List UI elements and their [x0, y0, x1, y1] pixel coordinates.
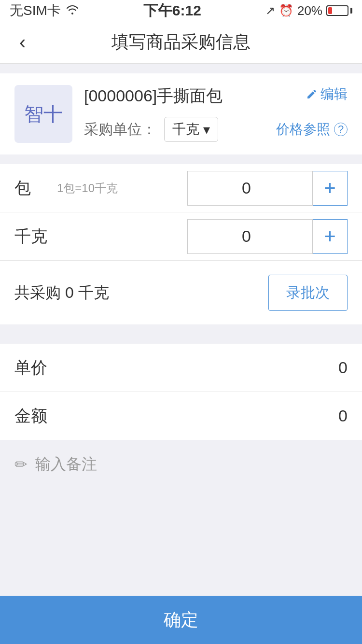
kg-input[interactable]	[187, 219, 313, 254]
input-section: 包 1包=10千克 + 千克 + 共采购 0 千克 录批次	[0, 164, 362, 324]
carrier-text: 无SIM卡	[10, 1, 61, 20]
kg-label: 千克	[14, 225, 53, 248]
price-ref-button[interactable]: 价格参照 ?	[276, 120, 348, 139]
batch-button[interactable]: 录批次	[268, 275, 348, 311]
product-logo: 智十	[24, 101, 63, 127]
alarm-icon: ⏰	[279, 4, 293, 17]
info-icon: ?	[334, 123, 348, 136]
amount-label: 金额	[14, 405, 47, 427]
summary-row: 共采购 0 千克 录批次	[0, 261, 362, 324]
confirm-button[interactable]: 确定	[0, 596, 362, 644]
location-icon: ↗	[265, 4, 275, 17]
kg-input-row: 千克 +	[0, 212, 362, 261]
price-ref-label: 价格参照	[276, 120, 330, 139]
bag-input-control: +	[187, 171, 348, 206]
summary-text: 共采购 0 千克	[14, 282, 109, 304]
unit-price-label: 单价	[14, 357, 47, 379]
section-divider-2	[0, 324, 362, 334]
unit-value: 千克	[172, 120, 199, 139]
status-right: ↗ ⏰ 20%	[265, 3, 352, 18]
status-time: 下午6:12	[143, 1, 201, 21]
battery-icon	[326, 5, 352, 16]
section-divider-1	[0, 154, 362, 164]
unit-select[interactable]: 千克 ▾	[164, 117, 218, 142]
note-placeholder: ✏ 输入备注	[14, 454, 348, 475]
product-image: 智十	[14, 85, 72, 143]
bag-plus-button[interactable]: +	[313, 171, 348, 206]
chevron-down-icon: ▾	[203, 122, 210, 138]
price-section: 单价 0 金额 0	[0, 344, 362, 440]
pencil-icon: ✏	[14, 455, 28, 474]
product-info: [0000006]手撕面包 编辑 采购单位： 千克 ▾ 价格参照 ?	[84, 85, 348, 142]
bag-sublabel: 1包=10千克	[57, 181, 187, 196]
wifi-icon	[66, 3, 79, 18]
note-section[interactable]: ✏ 输入备注	[0, 440, 362, 537]
status-bar: 无SIM卡 下午6:12 ↗ ⏰ 20%	[0, 0, 362, 21]
product-name: [0000006]手撕面包	[84, 85, 223, 107]
confirm-label: 确定	[164, 608, 198, 632]
bag-input[interactable]	[187, 171, 313, 206]
edit-button[interactable]: 编辑	[306, 85, 348, 103]
amount-value: 0	[338, 406, 348, 425]
amount-row: 金额 0	[0, 392, 362, 440]
bag-label: 包	[14, 177, 53, 199]
unit-row: 采购单位： 千克 ▾ 价格参照 ?	[84, 117, 348, 142]
status-left: 无SIM卡	[10, 1, 79, 20]
nav-bar: ‹ 填写商品采购信息	[0, 21, 362, 64]
page-title: 填写商品采购信息	[111, 30, 251, 54]
unit-price-value: 0	[338, 358, 348, 377]
product-name-row: [0000006]手撕面包 编辑	[84, 85, 348, 107]
unit-price-row: 单价 0	[0, 344, 362, 392]
kg-plus-button[interactable]: +	[313, 219, 348, 254]
back-button[interactable]: ‹	[14, 27, 30, 58]
edit-label: 编辑	[320, 85, 348, 103]
battery-pct: 20%	[297, 3, 322, 18]
note-placeholder-text: 输入备注	[35, 454, 97, 475]
bag-input-row: 包 1包=10千克 +	[0, 164, 362, 212]
unit-label: 采购单位：	[84, 120, 156, 140]
product-card: 智十 [0000006]手撕面包 编辑 采购单位： 千克 ▾ 价格参照 ?	[0, 73, 362, 154]
kg-input-control: +	[187, 219, 348, 254]
